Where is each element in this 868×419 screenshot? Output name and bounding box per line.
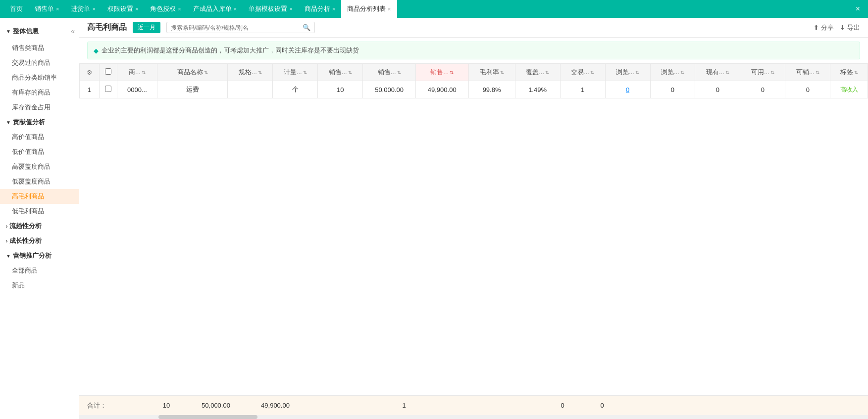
sort-icon-available[interactable]: ⇅ — [770, 70, 774, 75]
sort-icon-unit[interactable]: ⇅ — [303, 70, 307, 75]
sidebar-item-sales-goods[interactable]: 销售类商品 — [0, 41, 79, 55]
sort-icon-trade[interactable]: ⇅ — [590, 70, 594, 75]
sidebar-group-growth[interactable]: › 成长性分析 — [0, 233, 79, 248]
sort-icon-saleable[interactable]: ⇅ — [816, 70, 819, 75]
sidebar-group-trend[interactable]: › 流趋性分析 — [0, 219, 79, 233]
search-input[interactable] — [171, 24, 303, 31]
tab-close-purchase[interactable]: × — [92, 6, 95, 12]
sidebar-item-stock-goods[interactable]: 有库存的商品 — [0, 85, 79, 100]
sort-icon-sales-cost[interactable]: ⇅ — [450, 70, 454, 75]
col-settings[interactable]: ⚙ — [80, 64, 100, 81]
arrow-icon: ▼ — [6, 29, 11, 34]
sidebar-item-low-coverage[interactable]: 低覆盖度商品 — [0, 174, 79, 189]
table-container[interactable]: ⚙ 商... ⇅ 商品名称 — [79, 63, 868, 395]
sort-icon-current[interactable]: ⇅ — [725, 70, 729, 75]
footer-available: 0 — [543, 402, 582, 409]
sidebar-item-low-value[interactable]: 低价值商品 — [0, 144, 79, 159]
cell-browse1[interactable]: 0 — [605, 81, 650, 98]
sidebar-group-overall[interactable]: ▼ 整体信息 — [0, 24, 45, 39]
tab-close-product-analysis[interactable]: × — [332, 6, 335, 12]
cell-browse2: 0 — [650, 81, 695, 98]
sidebar-item-traded-goods[interactable]: 交易过的商品 — [0, 55, 79, 70]
scrollbar-thumb[interactable] — [158, 415, 257, 419]
footer-sales-amount: 50,000.00 — [186, 402, 246, 409]
search-box[interactable]: 🔍 — [166, 22, 315, 33]
col-name: 商品名称 ⇅ — [157, 64, 227, 81]
share-btn[interactable]: ⬆ 分享 — [814, 23, 834, 32]
sort-icon-browse2[interactable]: ⇅ — [680, 70, 684, 75]
tab-role[interactable]: 角色授权 × — [144, 0, 187, 18]
sidebar-item-high-coverage[interactable]: 高覆盖度商品 — [0, 159, 79, 174]
sort-icon-tag[interactable]: ⇅ — [854, 70, 858, 75]
tab-purchase[interactable]: 进货单 × — [65, 0, 101, 18]
cell-trade: 1 — [560, 81, 605, 98]
cell-coverage: 1.49% — [515, 81, 560, 98]
tab-home[interactable]: 首页 — [4, 0, 29, 18]
footer-sales-cost: 49,900.00 — [246, 402, 305, 409]
sort-icon-spec[interactable]: ⇅ — [258, 70, 262, 75]
sort-icon-coverage[interactable]: ⇅ — [545, 70, 549, 75]
sidebar-item-high-margin[interactable]: 高毛利商品 — [0, 189, 79, 204]
tab-close-template[interactable]: × — [289, 6, 292, 12]
select-all-checkbox[interactable] — [105, 68, 111, 75]
sort-icon-name[interactable]: ⇅ — [204, 70, 208, 75]
sort-icon-sales-qty[interactable]: ⇅ — [348, 70, 352, 75]
cell-available: 0 — [740, 81, 785, 98]
sidebar-group-marketing[interactable]: ▼ 营销推广分析 — [0, 248, 79, 263]
tag-label: 高收入 — [840, 86, 858, 93]
cell-spec — [228, 81, 273, 98]
cell-checkbox[interactable] — [100, 81, 117, 98]
sidebar-item-low-margin[interactable]: 低毛利商品 — [0, 204, 79, 219]
arrow-icon3: › — [6, 224, 7, 229]
sidebar-item-high-value[interactable]: 高价值商品 — [0, 130, 79, 144]
cell-sales-qty: 10 — [318, 81, 363, 98]
arrow-icon2: ▼ — [6, 120, 11, 125]
tab-product-storage[interactable]: 产成品入库单 × — [187, 0, 243, 18]
col-gross-margin: 毛利率 ⇅ — [468, 64, 515, 81]
col-saleable: 可销... ⇅ — [785, 64, 830, 81]
sidebar-item-category-rate[interactable]: 商品分类助销率 — [0, 70, 79, 85]
tab-close-product-storage[interactable]: × — [234, 6, 237, 12]
sort-icon-gross-margin[interactable]: ⇅ — [500, 70, 504, 75]
sort-icon-sales-amount[interactable]: ⇅ — [397, 70, 401, 75]
share-icon: ⬆ — [814, 24, 819, 31]
data-table: ⚙ 商... ⇅ 商品名称 — [79, 63, 868, 98]
tab-close-permission[interactable]: × — [135, 6, 138, 12]
sidebar-group-contribution[interactable]: ▼ 贡献值分析 — [0, 115, 79, 130]
horizontal-scrollbar[interactable] — [79, 415, 868, 419]
page-title: 高毛利商品 — [87, 22, 127, 33]
sidebar-collapse-btn[interactable]: « — [71, 27, 75, 35]
tab-product-analysis-list[interactable]: 商品分析列表 × — [341, 0, 397, 18]
col-unit: 计量... ⇅ — [273, 64, 318, 81]
sidebar: ▼ 整体信息 « 销售类商品 交易过的商品 商品分类助销率 有库存的商品 库存资… — [0, 18, 79, 419]
sidebar-item-all-goods[interactable]: 全部商品 — [0, 263, 79, 278]
tab-close-role[interactable]: × — [178, 6, 181, 12]
col-sales-cost: 销售... ⇅ — [415, 64, 468, 81]
content-area: 高毛利商品 近一月 🔍 ⬆ 分享 ⬇ 导出 ◆ 企业的主要的利润都是这部分商品创… — [79, 18, 868, 419]
info-icon: ◆ — [94, 47, 99, 54]
table-row: 1 0000... 运费 个 10 50,000.00 49,900.00 99… — [80, 81, 868, 98]
export-btn[interactable]: ⬇ 导出 — [840, 23, 860, 32]
main-container: ▼ 整体信息 « 销售类商品 交易过的商品 商品分类助销率 有库存的商品 库存资… — [0, 18, 868, 419]
col-browse2: 浏览... ⇅ — [650, 64, 695, 81]
cell-tag: 高收入 — [830, 81, 868, 98]
cell-unit: 个 — [273, 81, 318, 98]
date-filter-btn[interactable]: 近一月 — [133, 22, 160, 33]
top-navigation: 首页 销售单 × 进货单 × 权限设置 × 角色授权 × 产成品入库单 × 单据… — [0, 0, 868, 18]
tab-sales[interactable]: 销售单 × — [29, 0, 65, 18]
tab-product-analysis[interactable]: 商品分析 × — [299, 0, 341, 18]
row-checkbox[interactable] — [105, 86, 111, 92]
cell-current: 0 — [695, 81, 740, 98]
sort-icon-browse1[interactable]: ⇅ — [635, 70, 639, 75]
info-text: 企业的主要的利润都是这部分商品创造的，可考虑加大推广，同时关注库存是不要出现缺货 — [102, 46, 359, 55]
search-icon[interactable]: 🔍 — [303, 24, 310, 31]
tab-permission[interactable]: 权限设置 × — [102, 0, 144, 18]
sidebar-item-new-goods[interactable]: 新品 — [0, 278, 79, 293]
tab-close-sales[interactable]: × — [56, 6, 59, 12]
window-close-button[interactable]: × — [852, 4, 864, 13]
sort-icon-code[interactable]: ⇅ — [142, 70, 146, 75]
sidebar-item-stock-capital[interactable]: 库存资金占用 — [0, 100, 79, 115]
tab-template[interactable]: 单据模板设置 × — [243, 0, 298, 18]
tab-close-product-analysis-list[interactable]: × — [388, 6, 391, 12]
settings-icon[interactable]: ⚙ — [87, 69, 93, 76]
